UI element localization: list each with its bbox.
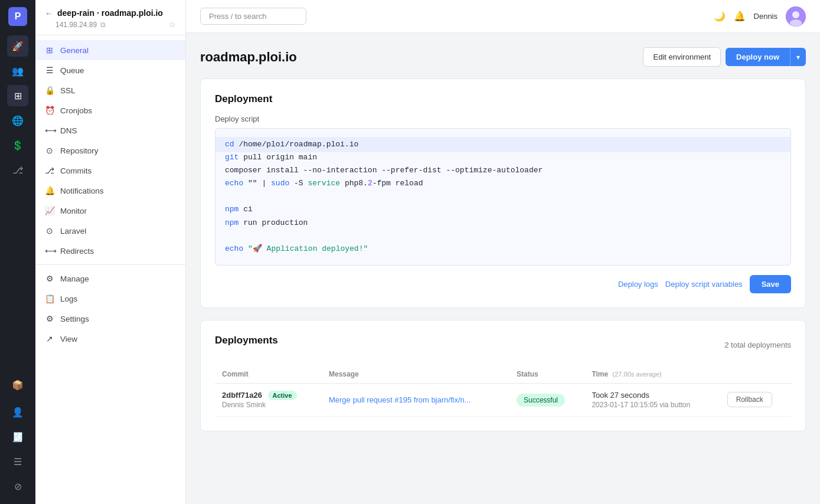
sidebar-site-title: deep-rain · roadmap.ploi.io (57, 8, 163, 18)
rollback-button[interactable]: Rollback (727, 392, 772, 407)
main-area: Press / to search 🌙 🔔 Dennis roadmap.plo… (186, 0, 820, 504)
dns-icon: ⟷ (45, 126, 54, 135)
cronjobs-icon: ⏰ (45, 106, 54, 115)
sidebar-item-label: Redirects (60, 247, 94, 256)
logs-icon: 📋 (45, 294, 54, 303)
deploy-script-vars-button[interactable]: Deploy script variables (665, 280, 743, 289)
sidebar-item-settings[interactable]: ⚙ Settings (35, 309, 185, 329)
status-badge: Successful (517, 394, 565, 407)
sidebar-icon-users[interactable]: 👥 (7, 60, 28, 81)
deployment-card: Deployment Deploy script cd /home/ploi/r… (200, 78, 806, 308)
deployments-table: Commit Message Status Time (27.00s avera… (215, 365, 791, 417)
user-name: Dennis (754, 12, 777, 21)
avatar[interactable] (786, 6, 806, 27)
deployments-count: 2 total deployments (724, 341, 791, 349)
sidebar-item-laravel[interactable]: ⊙ Laravel (35, 221, 185, 241)
code-line-3: composer install --no-interaction --pref… (225, 164, 781, 177)
sidebar-item-label: Queue (60, 66, 84, 75)
manage-icon: ⚙ (45, 274, 54, 283)
sidebar-icon-billing[interactable]: 🧾 (7, 426, 28, 447)
bell-icon[interactable]: 🔔 (734, 11, 746, 22)
sidebar-item-label: View (60, 335, 77, 343)
search-input[interactable]: Press / to search (200, 8, 306, 25)
deployment-card-title: Deployment (215, 93, 791, 105)
time-detail: 2023-01-17 10:15:05 via button (592, 401, 713, 409)
code-line-6: npm ci (225, 203, 781, 216)
active-badge: Active (268, 391, 297, 400)
sidebar-item-notifications[interactable]: 🔔 Notifications (35, 181, 185, 201)
code-line-4: echo "" | sudo -S service php8.2-fpm rel… (225, 177, 781, 190)
sidebar-item-ssl[interactable]: 🔒 SSL (35, 80, 185, 100)
sidebar-item-label: Settings (60, 315, 89, 323)
sidebar-item-label: Notifications (60, 186, 104, 195)
sidebar-item-view[interactable]: ↗ View (35, 329, 185, 349)
laravel-icon: ⊙ (45, 226, 54, 235)
code-line-9: echo "🚀 Application deployed!" (225, 243, 781, 256)
monitor-icon: 📈 (45, 206, 54, 215)
deployments-header: Deployments 2 total deployments (215, 335, 791, 356)
time-cell: Took 27 seconds 2023-01-17 10:15:05 via … (584, 383, 720, 416)
star-icon[interactable]: ☆ (169, 20, 176, 29)
sidebar-item-general[interactable]: ⊞ General (35, 40, 185, 60)
message-link[interactable]: Merge pull request #195 from bjarn/fix/n… (329, 395, 471, 404)
sidebar-ip-row: 141.98.24.89 ⧉ ☆ (45, 20, 176, 29)
deploy-now-button[interactable]: Deploy now (726, 48, 790, 66)
sidebar-item-cronjobs[interactable]: ⏰ Cronjobs (35, 100, 185, 120)
sidebar-item-logs[interactable]: 📋 Logs (35, 289, 185, 309)
ip-address: 141.98.24.89 (55, 21, 97, 29)
icon-bar: P 🚀 👥 ⊞ 🌐 💲 ⎇ 📦 👤 🧾 ☰ ⊘ (0, 0, 35, 504)
deploy-logs-button[interactable]: Deploy logs (618, 280, 658, 289)
sidebar-icon-user[interactable]: 👤 (7, 401, 28, 423)
code-line-7: npm run production (225, 217, 781, 230)
deployments-card: Deployments 2 total deployments Commit M… (200, 320, 806, 431)
topbar-right: 🌙 🔔 Dennis (714, 6, 806, 27)
sidebar-icon-dashboard[interactable]: ⊞ (7, 85, 28, 106)
ssl-icon: 🔒 (45, 86, 54, 95)
status-cell: Successful (509, 383, 584, 416)
commit-hash: 2dbff71a26 Active (222, 391, 315, 400)
queue-icon: ☰ (45, 66, 54, 75)
repository-icon: ⊙ (45, 146, 54, 155)
sidebar-icon-box[interactable]: 📦 (7, 374, 28, 395)
col-commit: Commit (215, 365, 322, 384)
app-logo[interactable]: P (8, 7, 27, 26)
view-icon: ↗ (45, 334, 54, 343)
col-time: Time (27.00s average) (584, 365, 720, 384)
sidebar-item-label: Logs (60, 294, 77, 303)
sidebar-item-commits[interactable]: ⎇ Commits (35, 161, 185, 181)
moon-icon[interactable]: 🌙 (714, 11, 726, 22)
copy-ip-icon[interactable]: ⧉ (100, 21, 106, 29)
save-button[interactable]: Save (750, 275, 791, 293)
deploy-chevron-button[interactable]: ▾ (790, 48, 806, 66)
settings-icon: ⚙ (45, 314, 54, 323)
sidebar-item-label: DNS (60, 126, 77, 135)
sidebar-icon-git[interactable]: ⎇ (7, 159, 28, 181)
time-avg: (27.00s average) (613, 371, 662, 378)
sidebar-icon-dollar[interactable]: 💲 (7, 135, 28, 156)
sidebar-icon-cancel[interactable]: ⊘ (7, 476, 28, 497)
sidebar-icon-globe[interactable]: 🌐 (7, 110, 28, 131)
sidebar-item-label: Commits (60, 166, 92, 175)
sidebar-item-label: Monitor (60, 207, 87, 215)
sidebar: ← deep-rain · roadmap.ploi.io 141.98.24.… (35, 0, 186, 504)
actions-cell: Rollback (720, 383, 791, 416)
content-header: roadmap.ploi.io Edit environment Deploy … (200, 47, 806, 67)
sidebar-item-label: SSL (60, 86, 76, 95)
table-row: 2dbff71a26 Active Dennis Smink Merge pul… (215, 383, 791, 416)
sidebar-item-label: Laravel (60, 227, 86, 235)
sidebar-item-dns[interactable]: ⟷ DNS (35, 120, 185, 140)
sidebar-item-queue[interactable]: ☰ Queue (35, 60, 185, 80)
sidebar-icon-list[interactable]: ☰ (7, 451, 28, 472)
sidebar-icon-rocket[interactable]: 🚀 (7, 35, 28, 57)
card-footer: Deploy logs Deploy script variables Save (215, 275, 791, 293)
sidebar-item-manage[interactable]: ⚙ Manage (35, 269, 185, 289)
sidebar-item-redirects[interactable]: ⟷ Redirects (35, 241, 185, 261)
back-button[interactable]: ← (45, 9, 53, 18)
code-block[interactable]: cd /home/ploi/roadmap.ploi.io git pull o… (215, 128, 791, 266)
edit-environment-button[interactable]: Edit environment (643, 47, 721, 67)
sidebar-item-repository[interactable]: ⊙ Repository (35, 140, 185, 161)
time-took: Took 27 seconds (592, 391, 713, 400)
col-status: Status (509, 365, 584, 384)
commit-cell: 2dbff71a26 Active Dennis Smink (215, 383, 322, 416)
sidebar-item-monitor[interactable]: 📈 Monitor (35, 201, 185, 221)
